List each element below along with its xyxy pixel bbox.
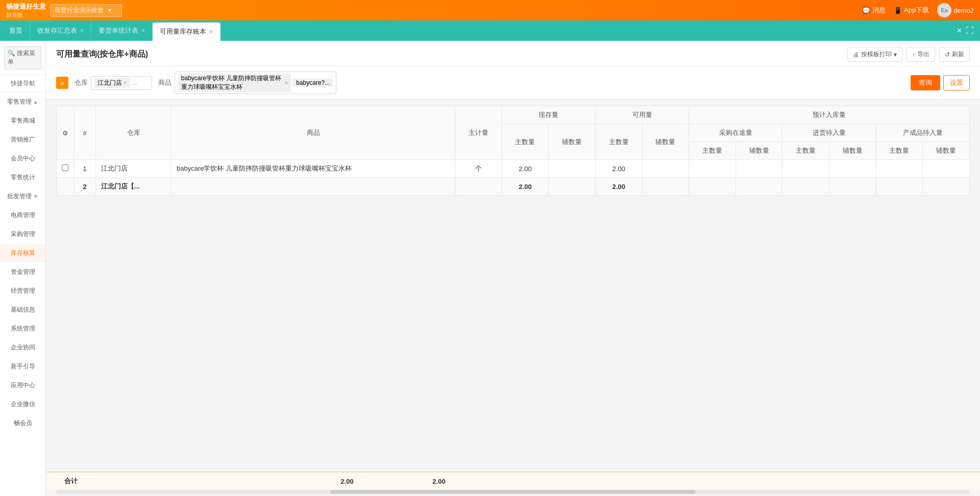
col-finished-pending-header: 产成品待入量: [876, 124, 969, 142]
sidebar-item-wholesale-mgmt[interactable]: 批发管理 ▼: [0, 187, 45, 206]
sidebar-quick-nav[interactable]: 快捷导航: [0, 75, 45, 92]
row2-finished-aux: [923, 178, 970, 196]
sidebar-search-btn[interactable]: 🔍 搜索菜单: [4, 46, 41, 69]
message-btn[interactable]: 💬 消息: [862, 6, 886, 15]
col-no-header: #: [74, 106, 96, 160]
sidebar-item-marketing[interactable]: 营销推广: [0, 130, 45, 149]
settings-icon: ⚙: [62, 129, 68, 137]
row2-warehouse: 江北门店【...: [96, 178, 172, 196]
row2-incoming-aux: [829, 178, 876, 196]
row1-current-main: 2.00: [502, 160, 549, 178]
row2-checkbox[interactable]: [57, 178, 74, 196]
warehouse-filter-label: 仓库: [75, 78, 88, 87]
template-print-btn[interactable]: 🖨 按模板打印 ▾: [847, 47, 902, 62]
sidebar-item-inventory-check[interactable]: 库存核算: [0, 244, 45, 263]
sidebar-item-vip-member[interactable]: 畅会员: [0, 414, 45, 433]
sidebar-item-basic-info[interactable]: 基础信息: [0, 300, 45, 319]
col-unit-header: 主计量: [455, 106, 502, 160]
row1-avail-aux: [642, 160, 689, 178]
sidebar-item-system-mgmt[interactable]: 系统管理: [0, 319, 45, 338]
filter-actions: 查询 设置: [911, 75, 970, 90]
row2-product: [172, 178, 455, 196]
page-header: 可用量查询(按仓库+商品) 🖨 按模板打印 ▾ ↑ 导出 ↺ 刷新: [46, 41, 980, 66]
user-avatar-btn[interactable]: Ea demo2: [937, 3, 974, 17]
horizontal-scrollbar[interactable]: [56, 490, 970, 494]
chevron-icon: ▲: [33, 99, 38, 105]
tab-order-stats[interactable]: 要货单统计表 ×: [91, 20, 153, 41]
sidebar-item-enterprise-wechat[interactable]: 企业微信: [0, 395, 45, 414]
col-incoming-aux-header: 辅数量: [829, 142, 876, 160]
tab-bar-end: × ⛶: [957, 20, 978, 41]
row1-warehouse: 江北门店: [96, 160, 172, 178]
refresh-icon: ↺: [945, 51, 950, 58]
tab-close-all-btn[interactable]: ×: [957, 26, 962, 35]
warehouse-tag-close[interactable]: ×: [124, 80, 127, 86]
sidebar-item-retail-mgmt[interactable]: 零售管理 ▲: [0, 92, 45, 111]
settings-btn[interactable]: 设置: [943, 75, 970, 90]
tab-available-stock-close[interactable]: ×: [209, 28, 213, 35]
product-filter-label: 商品: [158, 78, 172, 87]
col-avail-aux-header: 辅数量: [642, 124, 689, 160]
top-bar-left: 畅捷通好生意 标准版 母婴行业演示账套 ▾: [6, 2, 122, 19]
tab-available-stock[interactable]: 可用量库存账本 ×: [153, 22, 220, 41]
tab-recv-send-close[interactable]: ×: [80, 27, 84, 34]
refresh-btn[interactable]: ↺ 刷新: [939, 47, 970, 62]
chevron-down-icon-print: ▾: [894, 51, 897, 58]
sidebar-item-retail-mall[interactable]: 零售商城: [0, 111, 45, 130]
col-purchase-aux-header: 辅数量: [736, 142, 782, 160]
product-filter-tags[interactable]: babycare学饮杯 儿童防摔防撞吸管杯重力球吸嘴杯宝宝水杯 × babyca…: [175, 72, 336, 94]
row1-unit: 个: [455, 160, 502, 178]
sidebar-item-ecom-mgmt[interactable]: 电商管理: [0, 206, 45, 225]
col-warehouse-header: 仓库: [96, 106, 172, 160]
product-filter-group: 商品 babycare学饮杯 儿童防摔防撞吸管杯重力球吸嘴杯宝宝水杯 × bab…: [158, 72, 336, 94]
sidebar-item-new-guide[interactable]: 新手引导: [0, 357, 45, 376]
tab-order-stats-close[interactable]: ×: [141, 27, 145, 34]
sidebar-item-enterprise-collab[interactable]: 企业协同: [0, 338, 45, 357]
col-current-aux-header: 辅数量: [549, 124, 596, 160]
page-title: 可用量查询(按仓库+商品): [56, 49, 148, 60]
product-tag-2: babycare?...: [293, 79, 333, 87]
footer-current-main: 2.00: [322, 478, 373, 485]
table-footer: 合计 2.00 2.00: [46, 471, 980, 490]
row2-finished-main: [876, 178, 923, 196]
product-tag-1-close[interactable]: ×: [285, 80, 288, 86]
warehouse-filter-more[interactable]: ...: [132, 79, 137, 86]
col-incoming-main-header: 主数量: [782, 142, 829, 160]
warehouse-tag: 江北门店 ×: [94, 78, 130, 88]
sidebar-item-member-center[interactable]: 会员中心: [0, 149, 45, 168]
filter-expand-btn[interactable]: »: [56, 77, 68, 89]
tab-home[interactable]: 首页: [2, 20, 30, 41]
table-row: 1 江北门店 babycare学饮杯 儿童防摔防撞吸管杯重力球吸嘴杯宝宝水杯 个…: [57, 160, 970, 178]
row1-current-aux: [549, 160, 596, 178]
row2-avail-aux: [642, 178, 689, 196]
sidebar-item-retail-stats[interactable]: 零售统计: [0, 168, 45, 187]
warehouse-filter-tags[interactable]: 江北门店 × ...: [91, 76, 152, 90]
row1-checkbox[interactable]: [57, 160, 74, 178]
scroll-thumb[interactable]: [330, 490, 696, 494]
footer-avail-main: 2.00: [413, 478, 464, 485]
data-table: ⚙ # 仓库 商品 主计量 现存量 可用量 预计入库量 主数量 辅数量 主数量: [56, 106, 970, 196]
sidebar-item-finance-mgmt[interactable]: 资金管理: [0, 263, 45, 281]
tenant-select[interactable]: 母婴行业演示账套 ▾: [50, 4, 122, 17]
row1-check-input[interactable]: [62, 164, 68, 171]
row1-avail-main: 2.00: [595, 160, 642, 178]
logo-text: 畅捷通好生意: [6, 2, 46, 11]
content-area: 可用量查询(按仓库+商品) 🖨 按模板打印 ▾ ↑ 导出 ↺ 刷新: [46, 41, 980, 496]
tab-recv-send[interactable]: 收发存汇总表 ×: [30, 20, 91, 41]
warehouse-filter-group: 仓库 江北门店 × ...: [75, 76, 152, 90]
sidebar-item-ops-mgmt[interactable]: 经营管理: [0, 281, 45, 300]
col-current-main-header: 主数量: [502, 124, 549, 160]
tab-expand-btn[interactable]: ⛶: [966, 26, 974, 35]
query-btn[interactable]: 查询: [911, 75, 940, 90]
row2-purchase-aux: [736, 178, 782, 196]
col-available-header: 可用量: [595, 106, 689, 124]
filter-area: » 仓库 江北门店 × ... 商品 babycare学饮杯 儿童防摔防撞吸管杯…: [46, 66, 980, 100]
row1-incoming-aux: [829, 160, 876, 178]
available-stock-tab-label: 可用量库存账本: [160, 27, 206, 36]
export-btn[interactable]: ↑ 导出: [906, 47, 935, 62]
col-settings-header[interactable]: ⚙: [57, 106, 74, 160]
sidebar-item-app-center[interactable]: 应用中心: [0, 376, 45, 395]
col-purchase-main-header: 主数量: [689, 142, 736, 160]
sidebar-item-purchase-mgmt[interactable]: 采购管理: [0, 225, 45, 244]
app-download-btn[interactable]: 📱 App下载: [894, 6, 929, 15]
